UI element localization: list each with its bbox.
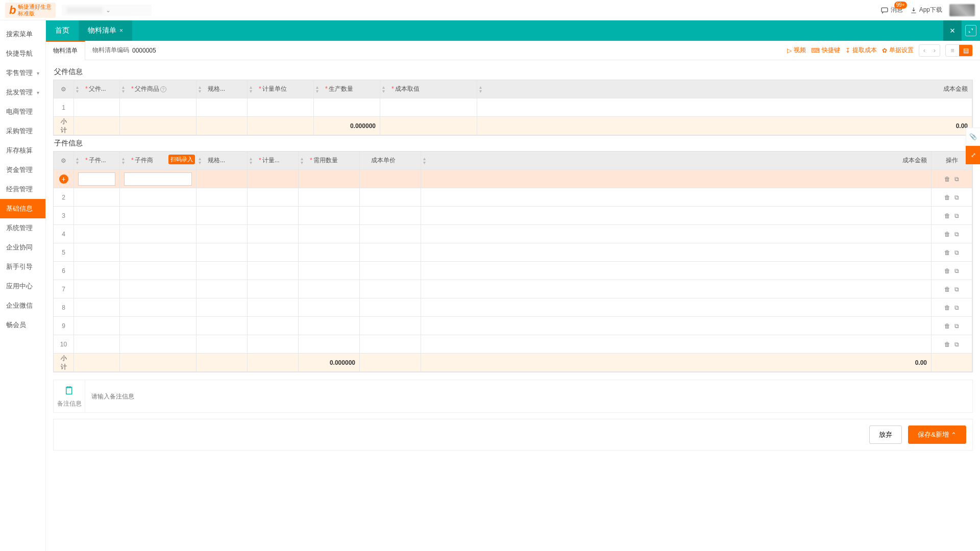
delete-row-icon[interactable]: 🗑 <box>944 212 950 219</box>
help-icon[interactable]: ? <box>160 86 166 92</box>
org-switcher[interactable]: ⌄ <box>62 5 152 16</box>
sort-icon[interactable]: ▴▾ <box>122 85 125 93</box>
shortcut-link[interactable]: ⌨快捷键 <box>811 46 840 55</box>
sort-icon[interactable]: ▴▾ <box>301 157 303 165</box>
sidebar-item[interactable]: 电商管理 <box>0 102 45 121</box>
delete-row-icon[interactable]: 🗑 <box>944 286 950 293</box>
delete-row-icon[interactable]: 🗑 <box>944 176 950 183</box>
col-parent-spec[interactable]: 规格... <box>201 85 225 92</box>
sidebar-item[interactable]: 库存核算 <box>0 141 45 160</box>
parent-row[interactable]: 1 <box>54 98 972 117</box>
col-child-product[interactable]: 子件商 <box>124 157 153 164</box>
delete-row-icon[interactable]: 🗑 <box>944 249 950 256</box>
copy-row-icon[interactable]: ⧉ <box>954 304 959 311</box>
delete-row-icon[interactable]: 🗑 <box>944 322 950 330</box>
sort-icon[interactable]: ▴▾ <box>423 157 426 165</box>
delete-row-icon[interactable]: 🗑 <box>944 304 950 311</box>
sidebar-item[interactable]: 企业协同 <box>0 238 45 257</box>
pager-next[interactable]: › <box>929 45 940 56</box>
child-row[interactable]: 7🗑⧉ <box>54 280 972 298</box>
tab-expand-button[interactable] <box>962 20 980 41</box>
col-parent-unit[interactable]: 计量单位 <box>252 85 287 92</box>
col-parent-code[interactable]: 父件... <box>78 85 106 92</box>
tab-bom[interactable]: 物料清单 × <box>79 20 132 41</box>
sidebar-item[interactable]: 经营管理 <box>0 180 45 199</box>
dock-expand-button[interactable]: ⤢ <box>966 146 980 164</box>
copy-row-icon[interactable]: ⧉ <box>954 286 959 293</box>
scan-entry-badge[interactable]: 扫码录入 <box>168 155 195 164</box>
sidebar-item[interactable]: 应用中心 <box>0 277 45 296</box>
extract-cost-link[interactable]: ↧提取成本 <box>845 46 877 55</box>
tab-close-all-button[interactable] <box>943 20 962 41</box>
sidebar-item[interactable]: 采购管理 <box>0 121 45 141</box>
close-icon[interactable]: × <box>119 27 123 34</box>
col-parent-cost-amt[interactable]: 成本金额 <box>943 85 968 93</box>
sidebar-item[interactable]: 企业微信 <box>0 296 45 315</box>
sidebar-item[interactable]: 新手引导 <box>0 257 45 277</box>
sidebar-item[interactable]: 畅会员 <box>0 315 45 335</box>
avatar[interactable] <box>949 4 975 16</box>
sidebar-item[interactable]: 批发管理▾ <box>0 83 45 102</box>
copy-row-icon[interactable]: ⧉ <box>954 212 959 219</box>
sidebar-item[interactable]: 资金管理 <box>0 160 45 180</box>
sort-icon[interactable]: ▴▾ <box>199 85 201 93</box>
sidebar-item[interactable]: 快捷导航 <box>0 44 45 63</box>
tab-home[interactable]: 首页 <box>46 20 79 41</box>
copy-row-icon[interactable]: ⧉ <box>954 231 959 238</box>
copy-row-icon[interactable]: ⧉ <box>954 194 959 201</box>
copy-row-icon[interactable]: ⧉ <box>954 341 959 348</box>
copy-row-icon[interactable]: ⧉ <box>954 322 959 330</box>
sort-icon[interactable]: ▴▾ <box>76 157 79 165</box>
grid-settings-button[interactable]: ⚙ <box>54 80 74 98</box>
col-parent-cost-src[interactable]: 成本取值 <box>384 85 420 92</box>
delete-row-icon[interactable]: 🗑 <box>944 341 950 348</box>
child-row[interactable]: 4🗑⧉ <box>54 225 972 243</box>
sort-icon[interactable]: ▴▾ <box>199 157 201 165</box>
sidebar-item[interactable]: 零售管理▾ <box>0 63 45 83</box>
child-row[interactable]: 3🗑⧉ <box>54 207 972 225</box>
pager-prev[interactable]: ‹ <box>919 45 929 56</box>
sort-icon[interactable]: ▴▾ <box>250 85 252 93</box>
sidebar-item[interactable]: 搜索菜单 <box>0 24 45 44</box>
col-child-price[interactable]: 成本单价 <box>364 157 396 164</box>
messages-button[interactable]: 消息 99+ <box>880 6 903 14</box>
child-row[interactable]: 8🗑⧉ <box>54 298 972 317</box>
sort-icon[interactable]: ▴▾ <box>76 85 79 93</box>
dock-attach-button[interactable]: 📎 <box>966 128 980 146</box>
col-child-unit[interactable]: 计量... <box>252 157 280 164</box>
child-row[interactable]: 6🗑⧉ <box>54 262 972 280</box>
copy-row-icon[interactable]: ⧉ <box>954 249 959 256</box>
add-row-button[interactable]: + <box>59 174 68 184</box>
delete-row-icon[interactable]: 🗑 <box>944 231 950 238</box>
sheet-settings-link[interactable]: ✿单据设置 <box>882 46 914 55</box>
child-row[interactable]: 5🗑⧉ <box>54 243 972 262</box>
col-child-spec[interactable]: 规格... <box>201 157 225 164</box>
child-product-input[interactable] <box>124 172 192 186</box>
view-card-icon[interactable]: ▤ <box>959 45 972 56</box>
sort-icon[interactable]: ▴▾ <box>479 85 482 93</box>
sidebar-item[interactable]: 系统管理 <box>0 218 45 238</box>
delete-row-icon[interactable]: 🗑 <box>944 267 950 274</box>
sort-icon[interactable]: ▴▾ <box>250 157 252 165</box>
discard-button[interactable]: 放弃 <box>869 425 902 444</box>
col-parent-product[interactable]: 父件商品? <box>124 85 166 92</box>
grid-settings-button[interactable]: ⚙ <box>54 152 74 170</box>
app-download-button[interactable]: App下载 <box>910 6 942 14</box>
child-code-input[interactable] <box>78 172 115 186</box>
copy-row-icon[interactable]: ⧉ <box>954 267 959 274</box>
sort-icon[interactable]: ▴▾ <box>316 85 318 93</box>
sidebar-item[interactable]: 基础信息 <box>0 199 45 218</box>
sort-icon[interactable]: ▴▾ <box>122 157 125 165</box>
child-row[interactable]: 9🗑⧉ <box>54 317 972 335</box>
col-child-cost-amt[interactable]: 成本金额 <box>902 156 927 165</box>
copy-row-icon[interactable]: ⧉ <box>954 176 959 183</box>
video-link[interactable]: ▷视频 <box>787 46 806 55</box>
col-parent-qty[interactable]: 生产数量 <box>318 85 353 92</box>
remark-input[interactable] <box>85 380 972 412</box>
col-child-qty[interactable]: 需用数量 <box>303 157 338 164</box>
save-and-new-button[interactable]: 保存&新增 ⌃ <box>908 425 966 444</box>
view-list-icon[interactable]: ≡ <box>946 45 959 56</box>
delete-row-icon[interactable]: 🗑 <box>944 194 950 201</box>
child-row[interactable]: 2🗑⧉ <box>54 188 972 207</box>
child-row[interactable]: 10🗑⧉ <box>54 335 972 354</box>
